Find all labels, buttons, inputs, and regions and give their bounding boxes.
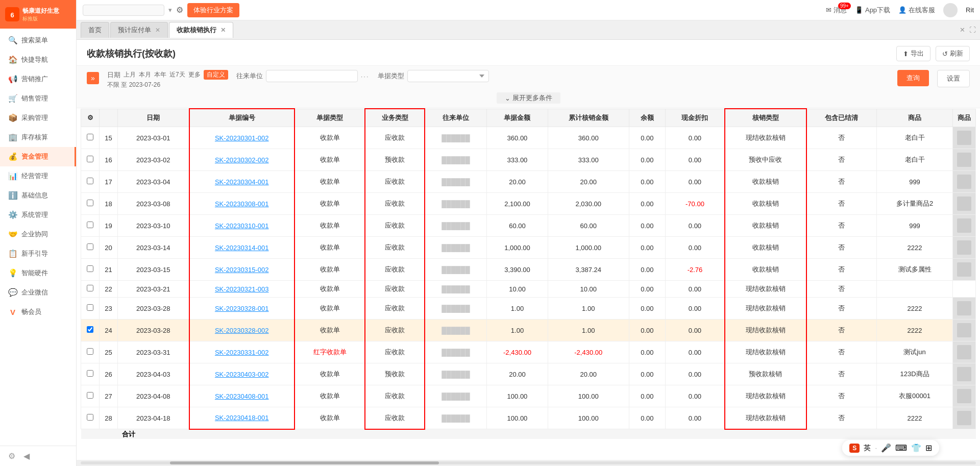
more-link[interactable]: 更多 (188, 70, 201, 79)
row-checkbox[interactable] (81, 341, 100, 363)
row-checkbox[interactable] (81, 237, 100, 259)
tab-collection[interactable]: 收款核销执行 ✕ (169, 22, 233, 38)
row-checkbox[interactable] (81, 193, 100, 215)
tab-home[interactable]: 首页 (81, 22, 109, 38)
row-checkbox[interactable] (81, 171, 100, 193)
partner-dots[interactable]: ··· (361, 72, 370, 80)
row-bill-no[interactable]: SK-20230418-001 (189, 407, 295, 429)
sidebar-item-member[interactable]: V畅会员 (0, 302, 76, 322)
col-amount[interactable]: 单据金额 (486, 109, 548, 127)
row-checkbox[interactable] (81, 149, 100, 171)
row-checkbox[interactable] (81, 127, 100, 149)
close-tab-icon[interactable]: ✕ (960, 26, 965, 34)
row-bill-no[interactable]: SK-20230310-001 (189, 215, 295, 237)
row-bill-no[interactable]: SK-20230301-002 (189, 127, 295, 149)
industry-btn[interactable]: 体验行业方案 (187, 3, 239, 17)
float-mic-icon[interactable]: 🎤 (881, 443, 891, 453)
col-bill-type[interactable]: 单据类型 (295, 109, 365, 127)
row-checkbox[interactable] (81, 363, 100, 385)
col-product[interactable]: 商品 (877, 109, 953, 127)
row-index: 23 (100, 298, 118, 320)
row-bill-no[interactable]: SK-20230321-003 (189, 281, 295, 298)
col-balance[interactable]: 余额 (629, 109, 666, 127)
collapse-icon[interactable]: ◀ (23, 451, 30, 461)
filter-settings-btn[interactable]: 设置 (937, 70, 970, 87)
tab-close-pre-apply[interactable]: ✕ (155, 27, 160, 34)
sidebar-item-hardware[interactable]: 💡智能硬件 (0, 263, 76, 283)
tab-close-collection[interactable]: ✕ (220, 27, 226, 34)
partner-filter-input[interactable] (266, 70, 358, 82)
float-grid-icon[interactable]: ⊞ (925, 443, 932, 453)
row-checkbox[interactable] (81, 215, 100, 237)
sidebar-item-system[interactable]: ⚙️系统管理 (0, 205, 76, 225)
sidebar-item-finance[interactable]: 💰资金管理 (0, 147, 76, 166)
row-bill-no[interactable]: SK-20230331-002 (189, 341, 295, 363)
row-bill-no[interactable]: SK-20230302-002 (189, 149, 295, 171)
float-text-icon[interactable]: 英 (864, 444, 871, 453)
row-checkbox[interactable] (81, 298, 100, 320)
last-month-link[interactable]: 上月 (124, 70, 136, 79)
avatar[interactable] (943, 3, 958, 17)
expand-more-btn[interactable]: ⌄ 展开更多条件 (497, 92, 560, 104)
finance-icon: 💰 (8, 152, 17, 161)
col-biz-type[interactable]: 业务类型 (365, 109, 425, 127)
row-bill-no[interactable]: SK-20230304-001 (189, 171, 295, 193)
col-partner[interactable]: 往来单位 (425, 109, 486, 127)
filter-expand-left-btn[interactable]: » (87, 72, 99, 84)
sidebar-item-purchase[interactable]: 📦采购管理 (0, 108, 76, 128)
row-checkbox[interactable] (81, 281, 100, 298)
sidebar-item-basic[interactable]: ℹ️基础信息 (0, 186, 76, 205)
row-bill-no[interactable]: SK-20230408-001 (189, 385, 295, 407)
col-cumulative[interactable]: 累计核销金额 (548, 109, 629, 127)
this-year-link[interactable]: 本年 (154, 70, 166, 79)
tab-pre-apply[interactable]: 预计应付单 ✕ (110, 22, 168, 38)
col-bill-no[interactable]: 单据编号 (189, 109, 295, 127)
sidebar-item-marketing[interactable]: 📢营销推广 (0, 69, 76, 89)
online-service-btn[interactable]: 👤 在线客服 (898, 6, 935, 15)
sidebar-item-quick[interactable]: 🏠快捷导航 (0, 50, 76, 69)
col-product2[interactable]: 商品 (953, 109, 976, 127)
float-logo-btn[interactable]: S (849, 444, 860, 453)
maximize-icon[interactable]: ⛶ (969, 26, 976, 34)
row-bill-no[interactable]: SK-20230328-001 (189, 298, 295, 320)
col-include-cleared[interactable]: 包含已结清 (806, 109, 877, 127)
app-download-btn[interactable]: 📱 App下载 (855, 6, 890, 15)
export-btn[interactable]: ⬆ 导出 (896, 46, 930, 61)
col-cancel-type[interactable]: 核销类型 (725, 109, 806, 127)
sidebar-item-guide[interactable]: 📋新手引导 (0, 244, 76, 263)
dropdown-arrow-icon[interactable]: ▾ (168, 6, 172, 14)
last7-link[interactable]: 近7天 (169, 70, 185, 79)
row-checkbox[interactable] (81, 385, 100, 407)
query-btn[interactable]: 查询 (897, 70, 929, 86)
settings-bottom-icon[interactable]: ⚙ (8, 451, 15, 461)
row-bill-no[interactable]: SK-20230328-002 (189, 320, 295, 341)
col-date[interactable]: 日期 (118, 109, 189, 127)
float-keyboard-icon[interactable]: ⌨ (895, 443, 907, 453)
horizontal-scrollbar[interactable] (77, 460, 980, 466)
bill-type-select[interactable] (407, 70, 489, 82)
row-bill-no[interactable]: SK-20230403-002 (189, 363, 295, 385)
row-checkbox[interactable] (81, 259, 100, 281)
header-gear-icon[interactable]: ⚙ (176, 5, 183, 15)
col-discount[interactable]: 现金折扣 (666, 109, 725, 127)
sidebar-item-enterprise[interactable]: 🤝企业协同 (0, 225, 76, 244)
refresh-btn[interactable]: ↺ 刷新 (936, 46, 970, 61)
row-checkbox[interactable] (81, 320, 100, 341)
sidebar-item-inventory[interactable]: 🏢库存核算 (0, 128, 76, 147)
custom-date-btn[interactable]: 自定义 (204, 70, 228, 80)
row-bill-no[interactable]: SK-20230308-001 (189, 193, 295, 215)
col-settings[interactable]: ⚙ (81, 109, 100, 127)
row-bill-no[interactable]: SK-20230315-002 (189, 259, 295, 281)
breadcrumb-input[interactable] (83, 5, 164, 16)
sidebar-item-wechat[interactable]: 💬企业微信 (0, 283, 76, 302)
row-partner: ██████ (425, 237, 486, 259)
float-shirt-icon[interactable]: 👕 (911, 443, 921, 453)
scroll-thumb[interactable] (170, 461, 438, 464)
sidebar-item-operations[interactable]: 📊经营管理 (0, 166, 76, 186)
sidebar-item-search[interactable]: 🔍搜索菜单 (0, 31, 76, 50)
row-checkbox[interactable] (81, 407, 100, 429)
this-month-link[interactable]: 本月 (139, 70, 151, 79)
message-btn[interactable]: ✉ 消息 99+ (826, 6, 847, 15)
sidebar-item-sales[interactable]: 🛒销售管理 (0, 89, 76, 108)
row-bill-no[interactable]: SK-20230314-001 (189, 237, 295, 259)
